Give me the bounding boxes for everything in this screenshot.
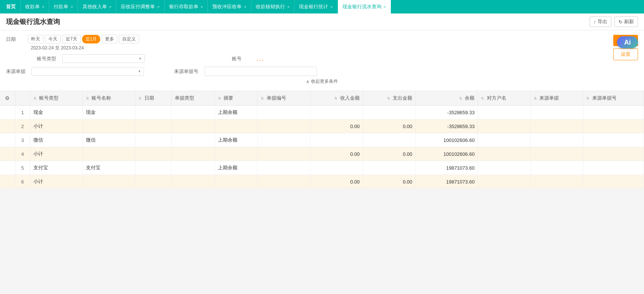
table-cell: 6 (15, 175, 30, 189)
tab-close-icon[interactable]: × (157, 4, 159, 9)
tab-close-icon[interactable]: × (201, 4, 203, 9)
table-cell (135, 147, 172, 161)
table-cell (530, 161, 583, 175)
nav-home[interactable]: 首页 (2, 0, 21, 13)
collapse-bar[interactable]: ∧ 收起更多条件 (6, 76, 638, 86)
table-cell: -3528659.33 (416, 106, 478, 119)
sort-icon: ⇅ (534, 96, 537, 100)
date-btn-custom[interactable]: 自定义 (119, 35, 139, 43)
sort-icon: ⇅ (586, 96, 589, 100)
nav-tab-1[interactable]: 付款单 × (49, 0, 78, 13)
table-cell: 100102606.60 (416, 133, 478, 147)
table-cell: 4 (15, 147, 30, 161)
table-cell (172, 106, 215, 119)
table-cell: 现金 (83, 106, 135, 119)
sort-icon: ⇅ (459, 96, 462, 100)
col-date[interactable]: ⇅ 日期 (135, 91, 172, 106)
page-title: 现金银行流水查询 (6, 17, 60, 26)
collapse-up-icon: ∧ (306, 79, 309, 84)
table-row[interactable]: 6小计0.000.0019871073.60 (0, 175, 644, 189)
nav-tab-3[interactable]: 应收应付调整单 × (116, 0, 164, 13)
tab-close-icon[interactable]: × (287, 4, 290, 9)
date-btn-yesterday[interactable]: 昨天 (28, 35, 44, 43)
header-actions: ↑ 导出 ↻ 刷新 (590, 16, 638, 27)
date-options: 昨天 今天 近7天 近1月 更多 自定义 (28, 35, 139, 43)
table-cell (310, 133, 363, 147)
table-cell (478, 147, 530, 161)
col-account-type[interactable]: ⇅ 账号类型 (30, 91, 83, 106)
date-btn-more[interactable]: 更多 (102, 35, 117, 43)
table-cell (0, 119, 15, 133)
table-cell (172, 119, 215, 133)
table-cell: 上期余额 (215, 161, 257, 175)
nav-tab-8[interactable]: 现金银行流水查询 × (338, 0, 391, 13)
tab-close-icon[interactable]: × (109, 4, 111, 9)
col-source-doc[interactable]: ⇅ 来源单据 (530, 91, 583, 106)
table-cell (363, 161, 415, 175)
table-cell: 0.00 (310, 175, 363, 189)
source-doc-select[interactable]: ▾ (32, 67, 144, 76)
col-settings[interactable]: ⚙ (0, 91, 15, 106)
tab-close-icon[interactable]: × (71, 4, 73, 9)
source-doc-no-input[interactable] (204, 67, 317, 76)
account-type-select[interactable]: ▾ (62, 54, 145, 63)
settings-gear-icon[interactable]: ⚙ (5, 95, 10, 101)
sort-icon: ⇅ (33, 96, 36, 100)
export-label: 导出 (597, 18, 607, 25)
col-account-name[interactable]: ⇅ 账号名称 (83, 91, 135, 106)
table-cell: 微信 (83, 133, 135, 147)
col-seq (15, 91, 30, 106)
sort-icon: ⇅ (138, 96, 141, 100)
settings-button[interactable]: 设置 (613, 48, 638, 60)
date-btn-1month[interactable]: 近1月 (82, 35, 101, 43)
table-row[interactable]: 4小计0.000.00100102606.60 (0, 147, 644, 161)
table-row[interactable]: 5支付宝支付宝上期余额19871073.60 (0, 161, 644, 175)
table-cell: 微信 (30, 133, 83, 147)
ai-badge[interactable]: Ai (617, 36, 638, 48)
account-number-group: 账号 ... (232, 55, 264, 63)
col-summary[interactable]: ⇅ 摘要 (215, 91, 257, 106)
table-cell (0, 106, 15, 119)
nav-tab-7[interactable]: 现金银行统计 × (294, 0, 338, 13)
tab-close-icon[interactable]: × (330, 4, 333, 9)
col-balance[interactable]: ⇅ 余额 (416, 91, 478, 106)
col-doc-no[interactable]: ⇅ 单据编号 (258, 91, 310, 106)
table-row[interactable]: 2小计0.000.00-3528659.33 (0, 119, 644, 133)
table-cell: 上期余额 (215, 133, 257, 147)
table-cell: 3 (15, 133, 30, 147)
table-cell: 0.00 (310, 119, 363, 133)
table-row[interactable]: 3微信微信上期余额100102606.60 (0, 133, 644, 147)
table-cell: 19871073.60 (416, 175, 478, 189)
table-row[interactable]: 1现金现金上期余额-3528659.33 (0, 106, 644, 119)
table-cell (172, 133, 215, 147)
nav-tab-0[interactable]: 收款单 × (21, 0, 49, 13)
tab-close-icon[interactable]: × (42, 4, 44, 9)
table-cell (478, 119, 530, 133)
date-btn-today[interactable]: 今天 (45, 35, 61, 43)
table-cell: 100102606.60 (416, 147, 478, 161)
tab-close-icon[interactable]: × (384, 4, 386, 9)
nav-tab-6[interactable]: 收款核销执行 × (251, 0, 294, 13)
export-button[interactable]: ↑ 导出 (590, 16, 612, 27)
col-counter-party[interactable]: ⇅ 对方户名 (478, 91, 530, 106)
col-expense[interactable]: ⇅ 支出金额 (363, 91, 415, 106)
nav-tab-4[interactable]: 银行存取款单 × (165, 0, 208, 13)
account-dots-button[interactable]: ... (257, 55, 264, 63)
table-cell (135, 175, 172, 189)
nav-tab-5[interactable]: 预收冲应收单 × (208, 0, 251, 13)
nav-tab-2[interactable]: 其他收入单 × (78, 0, 116, 13)
table-cell (0, 133, 15, 147)
col-income[interactable]: ⇅ 收入金额 (310, 91, 363, 106)
table-cell (172, 175, 215, 189)
tab-close-icon[interactable]: × (244, 4, 246, 9)
table-cell: 19871073.60 (416, 161, 478, 175)
table-cell: 支付宝 (30, 161, 83, 175)
date-btn-7days[interactable]: 近7天 (62, 35, 81, 43)
table-cell (530, 106, 583, 119)
tab-label: 现金银行统计 (299, 3, 328, 10)
col-source-doc-no[interactable]: ⇅ 来源单据号 (583, 91, 644, 106)
table-cell (0, 147, 15, 161)
refresh-button[interactable]: ↻ 刷新 (614, 16, 638, 27)
source-doc-no-group: 来源单据号 (174, 67, 317, 76)
table-cell: 0.00 (363, 175, 415, 189)
